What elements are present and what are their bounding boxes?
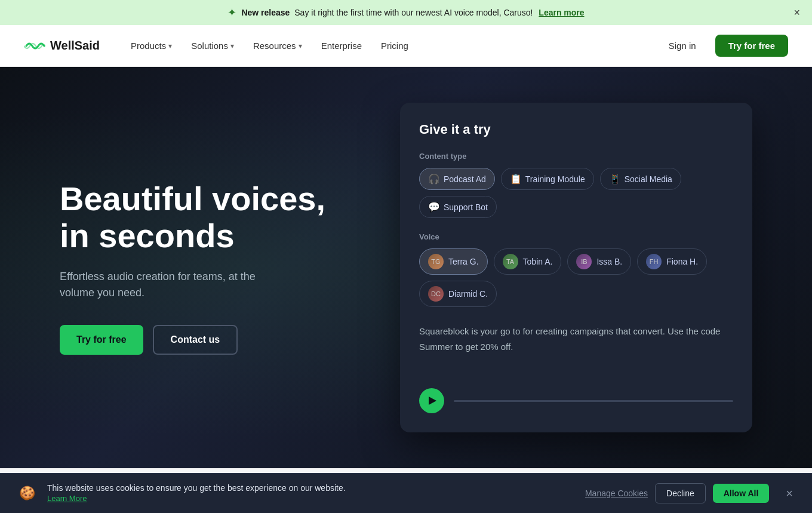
progress-bar[interactable] — [454, 400, 733, 402]
voice-chip-issa[interactable]: IB Issa B. — [567, 248, 631, 275]
hero-title: Beautiful voices, in seconds — [60, 180, 370, 254]
support-bot-icon: 💬 — [428, 201, 440, 213]
voice-chip-tobin[interactable]: TA Tobin A. — [494, 248, 562, 275]
voice-label: Voice — [419, 232, 733, 241]
avatar-terra: TG — [428, 254, 444, 269]
logo-link[interactable]: WellSaid — [24, 39, 100, 53]
sparkle-icon: ✦ — [227, 6, 236, 19]
demo-card-title: Give it a try — [419, 122, 733, 137]
hero-left: Beautiful voices, in seconds Effortless … — [60, 180, 370, 354]
avatar-diarmid: DC — [428, 286, 444, 302]
hero-buttons: Try for free Contact us — [60, 325, 370, 355]
cookie-learn-more-link[interactable]: Learn More — [47, 494, 87, 503]
logo-icon — [24, 39, 45, 53]
content-type-label: Content type — [419, 152, 733, 161]
allow-all-button[interactable]: Allow All — [713, 484, 770, 503]
content-chip-training-module[interactable]: 📋 Training Module — [501, 168, 594, 190]
demo-card: Give it a try Content type 🎧 Podcast Ad … — [400, 103, 752, 432]
nav-products[interactable]: Products ▾ — [124, 36, 179, 56]
avatar-tobin: TA — [503, 254, 518, 269]
nav-right: Sign in Try for free — [659, 35, 788, 57]
nav-enterprise[interactable]: Enterprise — [314, 36, 369, 56]
solutions-chevron-icon: ▾ — [230, 42, 234, 50]
demo-text: Squareblock is your go to for creating c… — [419, 324, 733, 371]
nav-links: Products ▾ Solutions ▾ Resources ▾ Enter… — [124, 36, 659, 56]
announcement-banner: ✦ New release Say it right the first tim… — [0, 0, 812, 25]
cookie-banner: 🍪 This website uses cookies to ensure yo… — [0, 473, 812, 513]
social-media-icon: 📱 — [609, 173, 621, 185]
content-chip-podcast-ad[interactable]: 🎧 Podcast Ad — [419, 168, 495, 190]
cookie-main-text: This website uses cookies to ensure you … — [47, 483, 573, 493]
new-release-label: New release — [241, 8, 290, 17]
hero-section: Beautiful voices, in seconds Effortless … — [0, 67, 812, 468]
podcast-ad-icon: 🎧 — [428, 173, 440, 185]
banner-learn-more-link[interactable]: Learn more — [539, 8, 584, 17]
products-chevron-icon: ▾ — [168, 42, 172, 50]
content-type-row: 🎧 Podcast Ad 📋 Training Module 📱 Social … — [419, 168, 733, 218]
hero-contact-button[interactable]: Contact us — [153, 325, 238, 355]
cookie-actions: Manage Cookies Decline Allow All — [585, 483, 769, 503]
voice-chip-diarmid[interactable]: DC Diarmid C. — [419, 281, 497, 307]
training-module-icon: 📋 — [510, 173, 522, 185]
audio-player — [419, 388, 733, 413]
manage-cookies-button[interactable]: Manage Cookies — [585, 489, 648, 498]
nav-pricing[interactable]: Pricing — [374, 36, 416, 56]
navbar: WellSaid Products ▾ Solutions ▾ Resource… — [0, 25, 812, 67]
banner-text: Say it right the first time with our new… — [294, 8, 533, 17]
decline-button[interactable]: Decline — [655, 483, 706, 503]
avatar-issa: IB — [576, 254, 592, 269]
content-chip-social-media[interactable]: 📱 Social Media — [600, 168, 681, 190]
cookie-close-button[interactable]: × — [786, 487, 793, 500]
sign-in-button[interactable]: Sign in — [659, 36, 706, 56]
voice-row: TG Terra G. TA Tobin A. IB Issa B. FH Fi… — [419, 248, 733, 307]
cookie-icon: 🍪 — [19, 486, 35, 501]
nav-solutions[interactable]: Solutions ▾ — [184, 36, 241, 56]
nav-resources[interactable]: Resources ▾ — [246, 36, 309, 56]
avatar-fiona: FH — [646, 254, 662, 269]
play-button[interactable] — [419, 388, 444, 413]
voice-chip-terra[interactable]: TG Terra G. — [419, 248, 488, 275]
content-chip-support-bot[interactable]: 💬 Support Bot — [419, 196, 497, 218]
nav-try-free-button[interactable]: Try for free — [715, 35, 788, 57]
banner-close-button[interactable]: × — [793, 7, 800, 19]
resources-chevron-icon: ▾ — [299, 42, 302, 50]
play-icon — [429, 397, 436, 405]
hero-subtitle: Effortless audio creation for teams, at … — [60, 269, 370, 301]
hero-try-free-button[interactable]: Try for free — [60, 325, 143, 355]
cookie-text-block: This website uses cookies to ensure you … — [47, 483, 573, 503]
voice-chip-fiona[interactable]: FH Fiona H. — [637, 248, 707, 275]
logo-text: WellSaid — [50, 39, 100, 53]
